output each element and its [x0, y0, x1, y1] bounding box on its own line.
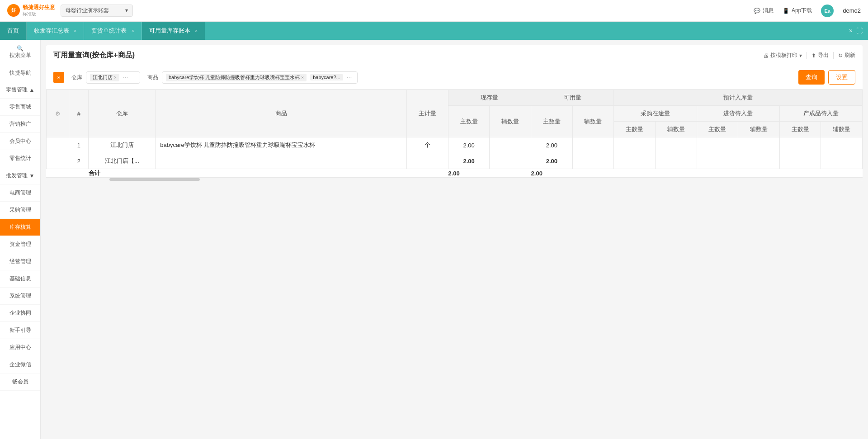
finance-label: 资金管理 [9, 241, 31, 247]
purchase-label: 采购管理 [9, 207, 31, 213]
filter-expand-button[interactable]: » [53, 72, 64, 83]
search-icon: 🔍 [4, 45, 37, 52]
sidebar-item-finance[interactable]: 资金管理 [0, 236, 40, 253]
retail-stats-label: 零售统计 [9, 155, 31, 161]
page-actions: 🖨 按模板打印 ▾ ⬆ 导出 ↻ 刷新 [763, 52, 855, 59]
wechat-label: 企业微信 [9, 361, 31, 368]
sidebar-item-ecommerce[interactable]: 电商管理 [0, 184, 40, 202]
summary-current-main: 2.00 [448, 169, 490, 178]
sidebar-item-wholesale-mgmt[interactable]: 批发管理 ▼ [0, 167, 40, 184]
row-incoming-aux-1 [738, 137, 780, 153]
summary-unit [407, 169, 448, 178]
sidebar-item-system[interactable]: 系统管理 [0, 288, 40, 305]
warehouse-filter-input[interactable]: 江北门店 × ··· [86, 71, 140, 84]
ops-label: 经营管理 [9, 258, 31, 264]
row-current-main-1: 2.00 [448, 137, 490, 153]
appcenter-label: 应用中心 [9, 344, 31, 350]
industry-selector[interactable]: 母婴行业演示账套 ▾ [61, 5, 133, 17]
sidebar-item-member[interactable]: 会员中心 [0, 133, 40, 150]
app-label: App下载 [792, 7, 812, 14]
warehouse-more-icon[interactable]: ··· [121, 74, 130, 81]
row-index-1: 1 [69, 137, 89, 153]
table-row: 1 江北门店 babycare学饮杯 儿童防摔防撞吸管杯重力球吸嘴杯宝宝水杯 个… [47, 137, 863, 153]
sidebar-item-wechat[interactable]: 企业微信 [0, 356, 40, 373]
product-tag-1-close[interactable]: × [301, 75, 304, 80]
th-incoming-aux: 辅数量 [738, 122, 780, 137]
export-button[interactable]: ⬆ 导出 [811, 52, 829, 59]
row-incoming-main-2 [697, 153, 738, 169]
th-product-aux: 辅数量 [821, 122, 863, 137]
sidebar-item-appcenter[interactable]: 应用中心 [0, 339, 40, 356]
row-gear-1 [47, 137, 69, 153]
tab-available-close[interactable]: × [195, 28, 198, 33]
row-unit-2 [407, 153, 448, 169]
tab-demand[interactable]: 要货单统计表 × [84, 22, 142, 40]
row-current-aux-2 [490, 153, 531, 169]
search-label: 搜索菜单 [4, 52, 37, 59]
row-index-2: 2 [69, 153, 89, 169]
summary-gear [47, 169, 69, 178]
chevron-icon: ▲ [29, 87, 35, 93]
row-avail-main-2: 2.00 [531, 153, 573, 169]
product-filter-label: 商品 [147, 74, 158, 81]
filter-actions: 查询 设置 [798, 70, 855, 85]
th-incoming-main: 主数量 [697, 122, 738, 137]
nav-tabs-right: × ⛶ [849, 27, 868, 34]
close-all-button[interactable]: × [849, 27, 853, 34]
sidebar-item-newbie[interactable]: 新手引导 [0, 322, 40, 339]
summary-purchase-main [614, 169, 656, 178]
chevron-icon-2: ▼ [29, 173, 35, 179]
product-filter-input[interactable]: babycare学饮杯 儿童防摔防撞吸管杯重力球吸嘴杯宝宝水杯 × babyca… [162, 71, 358, 84]
member2-label: 畅会员 [12, 378, 28, 385]
tab-available[interactable]: 可用量库存账本 × [142, 22, 205, 40]
tab-available-label: 可用量库存账本 [149, 27, 190, 35]
warehouse-tag-close[interactable]: × [114, 75, 117, 80]
username[interactable]: demo2 [843, 7, 861, 14]
industry-label: 母婴行业演示账套 [66, 7, 109, 14]
sidebar-item-member2[interactable]: 畅会员 [0, 373, 40, 391]
row-current-aux-1 [490, 137, 531, 153]
app-download-button[interactable]: 📱 App下载 [783, 7, 812, 14]
row-product-aux-1 [821, 137, 863, 153]
refresh-button[interactable]: ↻ 刷新 [838, 52, 855, 59]
tab-home[interactable]: 首页 [0, 22, 27, 40]
logo-text-area: 畅捷通好生意 标准版 [23, 4, 55, 17]
setting-button[interactable]: 设置 [828, 70, 855, 85]
print-button[interactable]: 🖨 按模板打印 ▾ [763, 52, 802, 59]
tab-demand-close[interactable]: × [131, 28, 134, 33]
row-avail-aux-1 [572, 137, 614, 153]
avatar: Ea [821, 5, 834, 17]
message-button[interactable]: 💬 消息 [754, 7, 774, 14]
product-tag-2: babycare?... [310, 74, 343, 80]
row-warehouse-1: 江北门店 [89, 137, 156, 153]
sidebar-item-retail-mall[interactable]: 零售商城 [0, 99, 40, 116]
th-purchase-main: 主数量 [614, 122, 656, 137]
sidebar-item-inventory[interactable]: 库存核算 [0, 219, 40, 236]
sidebar-item-basic[interactable]: 基础信息 [0, 270, 40, 288]
row-product-main-2 [779, 153, 821, 169]
sidebar-item-marketing[interactable]: 营销推广 [0, 116, 40, 133]
sidebar-item-ops[interactable]: 经营管理 [0, 253, 40, 270]
query-button[interactable]: 查询 [798, 70, 825, 85]
summary-avail-aux [572, 169, 614, 178]
tab-receive-close[interactable]: × [74, 28, 76, 33]
tab-demand-label: 要货单统计表 [91, 27, 127, 35]
row-product-aux-2 [821, 153, 863, 169]
th-gear[interactable]: ⚙ [47, 90, 69, 137]
sidebar-quick-nav[interactable]: 快捷导航 [0, 65, 40, 81]
th-expected-in: 预计入库量 [614, 90, 863, 106]
sidebar-item-retail-stats[interactable]: 零售统计 [0, 150, 40, 167]
th-current-main: 主数量 [448, 106, 490, 137]
sidebar-item-enterprise[interactable]: 企业协同 [0, 305, 40, 322]
tab-receive[interactable]: 收发存汇总表 × [27, 22, 84, 40]
product-more-icon[interactable]: ··· [345, 74, 354, 81]
scrollbar-thumb[interactable] [109, 178, 200, 181]
horizontal-scrollbar[interactable] [46, 177, 863, 181]
nav-tabs: 首页 收发存汇总表 × 要货单统计表 × 可用量库存账本 × × ⛶ [0, 22, 868, 40]
sidebar-search[interactable]: 🔍 搜索菜单 [0, 40, 40, 65]
fullscreen-button[interactable]: ⛶ [856, 27, 863, 34]
th-product-pending: 产成品待入量 [779, 106, 862, 122]
th-purchase-aux: 辅数量 [655, 122, 697, 137]
sidebar-item-purchase[interactable]: 采购管理 [0, 202, 40, 219]
sidebar-item-retail-mgmt[interactable]: 零售管理 ▲ [0, 81, 40, 99]
